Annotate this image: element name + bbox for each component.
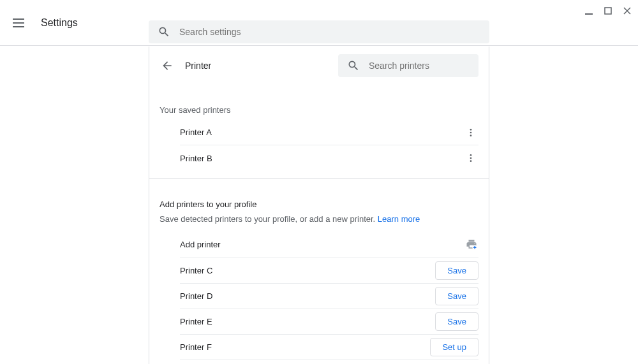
section-divider: [149, 178, 489, 179]
more-options-button[interactable]: [463, 150, 478, 166]
printer-name: Printer A: [180, 127, 212, 137]
back-button[interactable]: [160, 58, 175, 73]
available-printer-row: Printer F Set up: [180, 335, 478, 360]
more-options-button[interactable]: [463, 125, 478, 140]
svg-point-2: [470, 129, 472, 131]
saved-printers-title: Your saved printers: [160, 105, 478, 115]
maximize-button[interactable]: [602, 5, 614, 17]
svg-rect-1: [605, 8, 611, 14]
printer-name: Printer D: [180, 291, 212, 301]
app-title: Settings: [41, 17, 78, 29]
add-printers-title: Add printers to your profile: [160, 200, 478, 209]
minimize-button[interactable]: [583, 5, 595, 17]
saved-printer-row: Printer A: [180, 120, 478, 145]
search-settings-box[interactable]: [149, 20, 489, 43]
learn-more-link[interactable]: Learn more: [378, 214, 420, 224]
saved-printers-list: Printer A Printer B: [180, 120, 478, 171]
svg-point-4: [470, 135, 472, 136]
search-icon: [158, 25, 170, 38]
save-button[interactable]: Save: [435, 312, 478, 331]
available-printer-row: Printer E Save: [180, 309, 478, 335]
save-button[interactable]: Save: [435, 261, 478, 280]
add-printer-label: Add printer: [180, 240, 221, 249]
setup-button[interactable]: Set up: [430, 338, 478, 356]
printer-name: Printer B: [180, 154, 212, 163]
menu-icon[interactable]: [13, 15, 28, 31]
available-printer-row: Printer G Set up: [180, 360, 478, 364]
add-printer-row[interactable]: Add printer: [180, 231, 478, 258]
printer-settings-panel: Printer Your saved printers Printer A Pr…: [149, 47, 489, 364]
add-printers-desc-text: Save detected printers to your profile, …: [160, 214, 378, 224]
window-controls: [583, 5, 633, 17]
svg-rect-0: [585, 13, 593, 15]
panel-title: Printer: [185, 61, 211, 71]
saved-printers-section: Your saved printers Printer A Printer B: [149, 105, 489, 173]
printer-name: Printer E: [180, 317, 212, 326]
svg-point-7: [470, 160, 472, 162]
search-printers-input[interactable]: [369, 61, 470, 71]
printer-name: Printer F: [180, 342, 212, 352]
available-printer-row: Printer C Save: [180, 258, 478, 284]
svg-point-6: [470, 157, 472, 159]
save-button[interactable]: Save: [435, 287, 478, 305]
close-button[interactable]: [621, 5, 633, 17]
search-icon: [347, 59, 360, 72]
search-settings-input[interactable]: [179, 27, 480, 37]
saved-printer-row: Printer B: [180, 145, 478, 171]
add-printers-section: Add printers to your profile Save detect…: [149, 200, 489, 364]
search-printers-box[interactable]: [338, 54, 478, 77]
add-printer-icon: [466, 238, 478, 251]
svg-point-5: [470, 154, 472, 156]
printer-name: Printer C: [180, 266, 212, 275]
panel-header: Printer: [149, 47, 489, 85]
add-printers-description: Save detected printers to your profile, …: [160, 214, 478, 224]
svg-point-3: [470, 131, 472, 133]
available-printer-row: Printer D Save: [180, 284, 478, 309]
available-printers-list: Add printer Printer C Save Printer D Sav…: [180, 231, 478, 364]
